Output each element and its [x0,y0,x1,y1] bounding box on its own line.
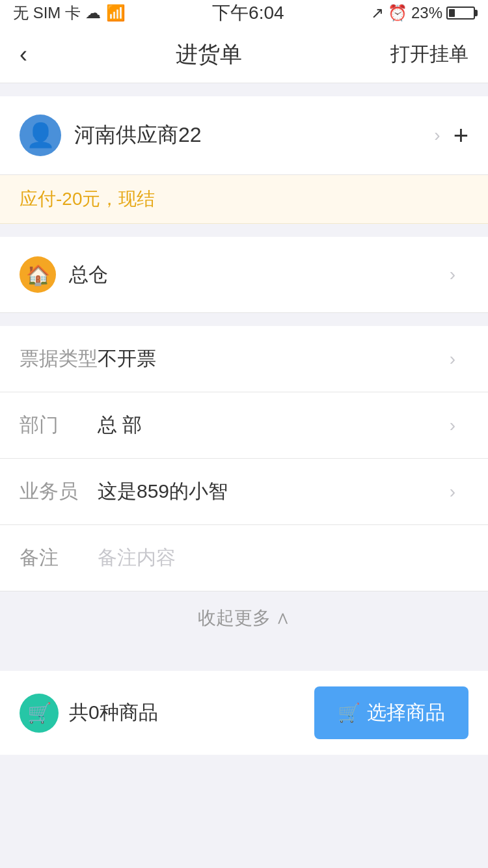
product-icon-wrap: 🛒 [20,694,59,733]
product-icon: 🛒 [27,701,51,724]
salesperson-label: 业务员 [20,478,98,505]
select-product-label: 选择商品 [367,699,445,726]
status-bar: 无 SIM 卡 ☁ 📶 下午6:04 ↗ ⏰ 23% [0,0,488,26]
nav-bar: ‹ 进货单 打开挂单 [0,26,488,83]
chevron-right-icon: › [434,125,440,146]
add-button[interactable]: + [454,121,468,150]
section-gap-1 [0,83,488,96]
salesperson-chevron-icon: › [450,481,455,502]
ticket-chevron-icon: › [450,349,455,370]
ticket-type-value: 不开票 [98,346,450,372]
warehouse-icon-wrap: 🏠 [20,256,56,293]
status-left: 无 SIM 卡 ☁ 📶 [13,3,126,23]
warehouse-card: 🏠 总仓 › [0,237,488,313]
ticket-type-label: 票据类型 [20,346,98,372]
warehouse-icon: 🏠 [26,264,50,286]
department-row[interactable]: 部门 总 部 › [0,392,488,459]
fields-card: 票据类型 不开票 › 部门 总 部 › 业务员 这是859的小智 › 备注 备注… [0,326,488,591]
product-count: 共0种商品 [69,699,314,726]
user-icon: 👤 [26,122,55,149]
sim-label: 无 SIM 卡 ☁ [13,3,101,23]
section-gap-4 [0,645,488,658]
collapse-button[interactable]: 收起更多 ∧ [0,591,488,645]
salesperson-value: 这是859的小智 [98,478,450,505]
location-icon: ↗ [371,4,384,22]
warehouse-chevron-icon: › [450,264,455,285]
supplier-card: 👤 河南供应商22 › + 应付-20元，现结 [0,96,488,224]
salesperson-row[interactable]: 业务员 这是859的小智 › [0,459,488,525]
ticket-type-row[interactable]: 票据类型 不开票 › [0,326,488,392]
status-right: ↗ ⏰ 23% [371,4,475,22]
select-product-button[interactable]: 🛒 选择商品 [314,686,468,739]
page-background [0,755,488,868]
remark-input[interactable]: 备注内容 [98,545,468,571]
warehouse-name: 总仓 [69,262,450,288]
department-chevron-icon: › [450,415,455,436]
wifi-icon: 📶 [106,4,126,22]
supplier-row[interactable]: 👤 河南供应商22 › + [0,96,488,175]
battery-percent: 23% [411,4,442,22]
supplier-alert: 应付-20元，现结 [0,175,488,224]
battery-icon [446,7,475,20]
cart-add-icon: 🛒 [338,702,360,724]
product-bar: 🛒 共0种商品 🛒 选择商品 [0,671,488,755]
supplier-name: 河南供应商22 [74,121,434,150]
open-pending-button[interactable]: 打开挂单 [390,41,468,68]
department-value: 总 部 [98,412,450,439]
avatar: 👤 [20,115,61,156]
alarm-icon: ⏰ [388,4,407,22]
remark-row[interactable]: 备注 备注内容 [0,525,488,591]
department-label: 部门 [20,412,98,439]
back-button[interactable]: ‹ [20,41,27,68]
section-gap-2 [0,224,488,237]
remark-label: 备注 [20,545,98,571]
status-time: 下午6:04 [212,1,284,25]
page-title: 进货单 [176,40,242,70]
section-gap-3 [0,313,488,326]
warehouse-row[interactable]: 🏠 总仓 › [0,237,488,313]
